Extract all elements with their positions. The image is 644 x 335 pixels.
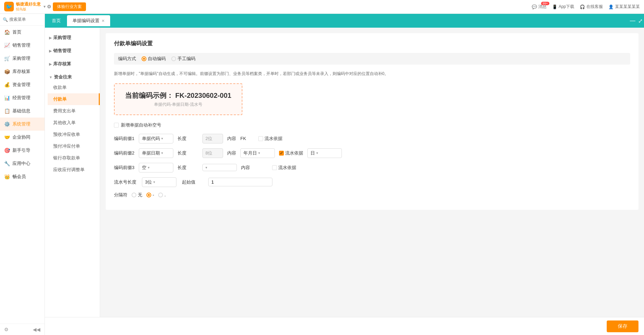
sidebar-item-sales[interactable]: 📈 销售管理 — [0, 39, 45, 52]
nav-dropdown-icon[interactable]: ▾ — [44, 4, 46, 9]
sep-none-label: 无 — [138, 192, 142, 198]
sidebar-item-home[interactable]: 🏠 首页 — [0, 26, 45, 39]
sidebar-item-system[interactable]: ⚙️ 系统管理 — [0, 118, 45, 131]
auto-code-radio-circle — [142, 56, 146, 61]
submenu-label-capital: 资金往来 — [54, 74, 72, 80]
search-icon: 🔍 — [3, 17, 8, 22]
submenu-item-other-income[interactable]: 其他收入单 — [48, 117, 100, 129]
message-badge: 99+ — [541, 2, 549, 5]
submenu-item-expense[interactable]: 费用支出单 — [48, 105, 100, 117]
collapse-icon[interactable]: ◀◀ — [33, 327, 40, 332]
prefix3-serial-checkbox[interactable] — [272, 165, 277, 170]
sidebar-item-finance[interactable]: 💰 资金管理 — [0, 78, 45, 91]
finance-icon: 💰 — [4, 82, 10, 87]
sidebar-item-inventory[interactable]: 📦 库存核算 — [0, 65, 45, 78]
code-preview-sub: 单据代码-单据日期-流水号 — [125, 102, 231, 108]
submenu-item-bank-deposit[interactable]: 银行存取款单 — [48, 152, 100, 164]
app-download-button[interactable]: 📱 App下载 — [552, 4, 574, 10]
sep-dash-radio-circle — [146, 193, 151, 197]
sidebar-item-guide[interactable]: 🎯 新手引导 — [0, 144, 45, 157]
prefix3-length-select[interactable]: ▾ — [202, 164, 237, 171]
prefix2-arrow-icon: ▾ — [161, 151, 163, 155]
prefix1-serial-checkbox[interactable] — [258, 136, 263, 141]
submenu-header-sales[interactable]: ▶ 销售管理 — [45, 45, 100, 55]
auto-code-radio[interactable]: 自动编码 — [142, 56, 166, 62]
info-text: 新增单据时，"单据编码"自动生成，不可编辑。前缀设置为部门、业务员等档案类，开单… — [114, 70, 630, 78]
sidebar-bottom: ⚙ ◀◀ — [0, 324, 45, 335]
prefix2-content-value: 年月日 — [243, 150, 257, 156]
sidebar-item-operation[interactable]: 📊 经营管理 — [0, 91, 45, 104]
submenu-item-receipt[interactable]: 收款单 — [48, 82, 100, 93]
auto-fill-checkbox[interactable] — [114, 123, 119, 128]
submenu-item-payment[interactable]: 付款单 — [48, 93, 100, 105]
sidebar-label-finance: 资金管理 — [12, 82, 30, 88]
tab-expand-icon[interactable]: ⤢ — [638, 18, 643, 24]
prefix2-serial-checkbox[interactable]: ✓ — [279, 151, 284, 156]
online-service-icon: 🎧 — [580, 4, 585, 9]
arrow-right-icon-3: ▶ — [49, 62, 52, 66]
search-menu[interactable]: 🔍 搜索菜单 — [0, 14, 45, 26]
sidebar-label-home: 首页 — [12, 29, 21, 35]
submenu-group-inventory: ▶ 库存核算 — [45, 57, 100, 70]
auto-fill-label: 新增单据自动补空号 — [121, 122, 161, 128]
sidebar-item-purchase[interactable]: 🛒 采购管理 — [0, 52, 45, 65]
serial-length-select[interactable]: 3位 ▾ — [142, 177, 176, 187]
sidebar-label-purchase: 采购管理 — [12, 55, 30, 62]
basic-icon: 📋 — [4, 108, 10, 114]
message-button[interactable]: 💬 消息 99+ — [532, 4, 547, 10]
prefix3-select[interactable]: 空 ▾ — [139, 163, 173, 173]
settings-icon[interactable]: ⚙ — [4, 327, 9, 332]
sidebar-label-system: 系统管理 — [12, 121, 30, 127]
gear-icon[interactable]: ⚙ — [47, 4, 51, 9]
sub-sidebar: ▶ 采购管理 ▶ 销售管理 ▶ 库存核算 — [45, 28, 100, 317]
sidebar-item-appcenter[interactable]: 🔧 应用中心 — [0, 157, 45, 170]
prefix-row-1: 编码前缀1 单据代码 ▾ 长度 2位 内容 FK 流水依 — [114, 134, 630, 143]
submenu-item-pre-receivable-label: 预收冲应收单 — [53, 131, 80, 138]
code-preview-value: 当前编码示例： FK-20230602-001 — [125, 91, 231, 100]
prefix1-select[interactable]: 单据代码 ▾ — [139, 134, 173, 143]
submenu-label-purchase: 采购管理 — [53, 35, 71, 41]
system-icon: ⚙️ — [4, 121, 10, 127]
save-button[interactable]: 保存 — [607, 320, 638, 332]
sidebar-item-basic[interactable]: 📋 基础信息 — [0, 104, 45, 118]
sep-dot-radio[interactable]: . — [158, 192, 166, 197]
purchase-icon: 🛒 — [4, 56, 10, 61]
submenu-header-inventory[interactable]: ▶ 库存核算 — [45, 58, 100, 68]
prefix2-value: 单据日期 — [142, 150, 160, 156]
app-download-icon: 📱 — [552, 4, 557, 9]
prefix2-select[interactable]: 单据日期 ▾ — [139, 148, 173, 158]
tab-home[interactable]: 首页 — [46, 15, 66, 26]
sep-none-radio[interactable]: 无 — [132, 192, 142, 198]
submenu-item-ap-adjust[interactable]: 应收应付调整单 — [48, 164, 100, 176]
start-value-input[interactable] — [208, 178, 272, 186]
tab-close-icon[interactable]: ✕ — [102, 19, 105, 23]
manual-code-radio[interactable]: 手工编码 — [171, 56, 195, 62]
trial-button[interactable]: 体验行业方案 — [53, 2, 86, 11]
prefix2-content-select[interactable]: 年月日 ▾ — [240, 148, 275, 158]
submenu-item-pre-receivable[interactable]: 预收冲应收单 — [48, 129, 100, 140]
sidebar-item-member[interactable]: 👑 畅会员 — [0, 170, 45, 183]
tab-coding[interactable]: 单据编码设置 ✕ — [67, 15, 110, 26]
message-icon: 💬 — [532, 4, 537, 9]
submenu-label-inventory: 库存核算 — [53, 61, 71, 67]
submenu-header-purchase[interactable]: ▶ 采购管理 — [45, 32, 100, 42]
auto-code-label: 自动编码 — [148, 56, 166, 62]
separator-label: 分隔符 — [114, 192, 127, 198]
bottom-bar: 保存 — [45, 317, 644, 335]
user-avatar[interactable]: 👤 某某某某某某 — [608, 4, 640, 10]
online-service-button[interactable]: 🎧 在线客服 — [580, 4, 603, 10]
sidebar-item-enterprise[interactable]: 🤝 企业协同 — [0, 131, 45, 144]
tab-minimize-icon[interactable]: — — [630, 18, 635, 24]
coding-method-row: 编码方式 自动编码 手工编码 — [114, 53, 630, 65]
submenu-item-other-income-label: 其他收入单 — [53, 120, 76, 126]
prefix-row-3: 编码前缀3 空 ▾ 长度 ▾ 内容 流水依据 — [114, 163, 630, 173]
user-name: 某某某某某某 — [615, 4, 640, 10]
content-area: 首页 单据编码设置 ✕ — ⤢ ▶ 采购管理 — [45, 14, 644, 335]
submenu-item-pre-payable[interactable]: 预付冲应付单 — [48, 140, 100, 152]
submenu-header-capital[interactable]: ▼ 资金往来 — [45, 71, 100, 82]
tab-bar: 首页 单据编码设置 ✕ — ⤢ — [45, 14, 644, 28]
appcenter-icon: 🔧 — [4, 161, 10, 166]
sep-dash-radio[interactable]: - — [146, 192, 154, 197]
prefix2-day-select[interactable]: 日 ▾ — [307, 148, 342, 158]
guide-icon: 🎯 — [4, 148, 10, 153]
